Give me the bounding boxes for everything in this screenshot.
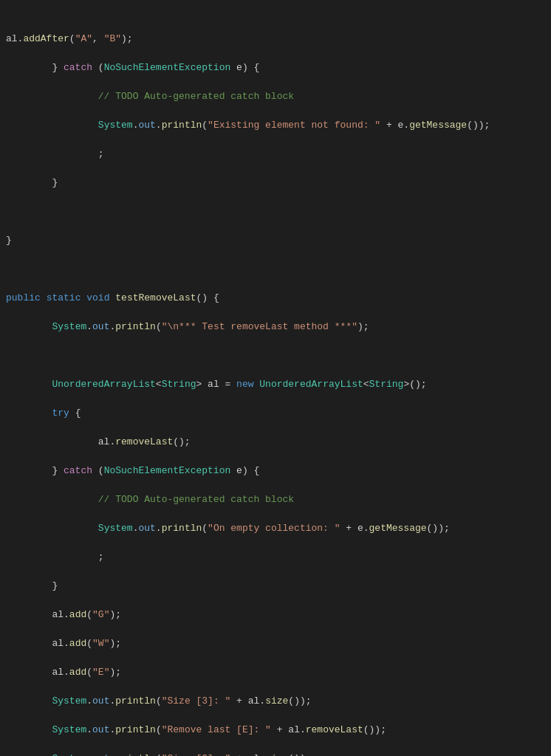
line-5: ; (0, 147, 551, 162)
line-12 (0, 348, 551, 363)
line-10: public static void testRemoveLast() { (0, 291, 551, 306)
line-9 (0, 262, 551, 277)
line-20: } (0, 579, 551, 594)
line-25: System.out.println("Remove last [E]: " +… (0, 723, 551, 738)
line-2: } catch (NoSuchElementException e) { (0, 61, 551, 75)
line-15: al.removeLast(); (0, 435, 551, 450)
line-3: // TODO Auto-generated catch block (0, 89, 551, 104)
line-22: al.add("W"); (0, 636, 551, 651)
line-6: } (0, 176, 551, 190)
code-editor: al.addAfter("A", "B"); } catch (NoSuchEl… (0, 0, 551, 756)
line-4: System.out.println("Existing element not… (0, 118, 551, 133)
line-26: System.out.println("Size [2]: " + al.siz… (0, 752, 551, 756)
line-19: ; (0, 550, 551, 565)
line-18: System.out.println("On empty collection:… (0, 521, 551, 536)
line-24: System.out.println("Size [3]: " + al.siz… (0, 694, 551, 709)
line-21: al.add("G"); (0, 608, 551, 622)
line-17: // TODO Auto-generated catch block (0, 492, 551, 507)
line-1: al.addAfter("A", "B"); (0, 32, 551, 47)
line-7 (0, 205, 551, 219)
line-16: } catch (NoSuchElementException e) { (0, 464, 551, 478)
line-8: } (0, 233, 551, 248)
line-11: System.out.println("\n*** Test removeLas… (0, 320, 551, 334)
line-23: al.add("E"); (0, 665, 551, 680)
line-13: UnorderedArrayList<String> al = new Unor… (0, 377, 551, 392)
line-14: try { (0, 406, 551, 421)
